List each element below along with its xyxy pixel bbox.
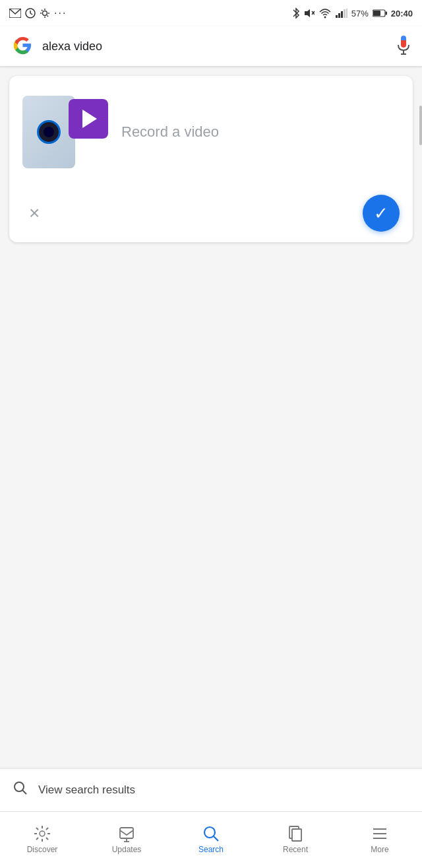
card-icon [22,89,108,175]
svg-line-9 [42,10,43,11]
svg-rect-17 [341,11,343,18]
mail-icon [9,9,21,18]
time-display: 20:40 [391,9,413,18]
play-triangle-icon [82,110,97,128]
svg-rect-22 [385,12,387,15]
status-bar: ··· 57% [0,0,422,26]
svg-line-27 [22,790,26,794]
svg-rect-16 [338,13,340,18]
battery-percent: 57% [351,9,369,18]
mic-icon[interactable] [394,33,413,59]
record-video-card: Record a video × ✓ [9,76,413,242]
card-actions: × ✓ [22,195,400,232]
svg-point-40 [204,827,215,838]
nav-item-updates[interactable]: Updates [84,825,169,854]
nav-label-discover: Discover [27,845,58,854]
clock-icon [25,8,36,18]
nav-label-recent: Recent [283,845,308,854]
search-bar[interactable]: alexa video [0,26,422,67]
bottom-nav: Discover Updates Search Recent [0,811,422,868]
updates-icon [118,825,135,842]
card-label: Record a video [121,123,219,141]
svg-line-33 [46,838,48,840]
svg-line-34 [46,828,48,830]
dismiss-button[interactable]: × [22,200,46,226]
svg-rect-15 [336,15,338,18]
search-query[interactable]: alexa video [42,40,394,53]
google-logo [9,33,36,59]
svg-rect-18 [344,9,346,18]
status-left-icons: ··· [9,7,67,19]
status-right-icons: 57% 20:40 [292,7,413,19]
svg-rect-19 [346,9,347,18]
brightness-icon [40,8,50,18]
svg-line-41 [214,836,218,841]
play-overlay [69,99,108,139]
nav-label-updates: Updates [112,845,142,854]
nav-item-more[interactable]: More [338,825,422,854]
view-search-text: View search results [38,784,135,797]
wifi-icon [318,8,332,18]
svg-line-32 [36,828,38,830]
svg-rect-44 [292,829,301,841]
svg-rect-37 [120,828,133,838]
camera-lens [37,120,61,144]
svg-rect-21 [373,11,380,16]
nav-item-recent[interactable]: Recent [253,825,338,854]
battery-icon [373,9,387,17]
checkmark-icon: ✓ [374,203,388,224]
nav-item-discover[interactable]: Discover [0,825,84,854]
confirm-button[interactable]: ✓ [363,195,400,232]
recent-icon [287,825,304,842]
search-nav-icon [202,825,220,842]
bluetooth-icon [292,7,300,19]
more-dots: ··· [54,7,67,19]
svg-line-35 [36,838,38,840]
nav-label-search: Search [198,845,224,854]
camera-lens-inner [44,127,54,137]
more-icon [371,825,388,842]
svg-point-14 [324,17,326,18]
card-body: Record a video [22,89,400,175]
discover-icon [34,825,51,842]
svg-line-3 [30,13,32,15]
svg-point-26 [15,782,24,791]
mute-icon [304,8,315,18]
search-icon-small [13,781,28,799]
view-search-results-bar[interactable]: View search results [0,768,422,811]
svg-line-10 [47,16,49,17]
svg-point-36 [40,831,45,836]
signal-icon [336,9,347,18]
svg-marker-11 [305,9,310,17]
scrollbar [419,106,422,145]
svg-point-4 [43,11,47,16]
camera-body [22,96,75,168]
nav-item-search[interactable]: Search [169,825,253,854]
nav-label-more: More [371,845,388,854]
